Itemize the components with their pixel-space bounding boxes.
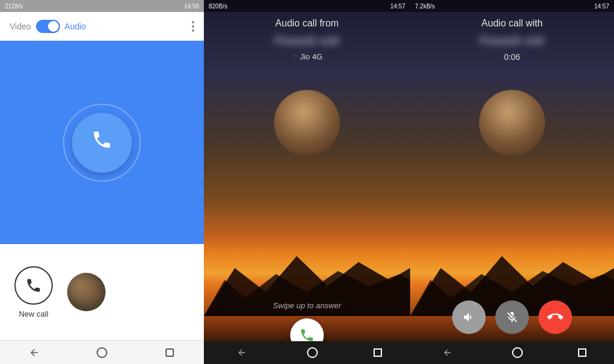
middle-status-speed: 820B/s bbox=[209, 3, 227, 10]
video-audio-toggle[interactable] bbox=[36, 20, 60, 33]
active-call-actions bbox=[410, 300, 614, 334]
right-status-speed: 7.2kB/s bbox=[415, 3, 435, 10]
left-panel: 2128/s 14:58 Video Audio bbox=[0, 0, 204, 364]
right-home-button[interactable] bbox=[512, 347, 523, 358]
incoming-call-info: Audio call from Raaaab aab Jio 4G bbox=[204, 18, 410, 61]
video-label: Video bbox=[10, 22, 31, 31]
end-call-button[interactable] bbox=[538, 300, 572, 334]
new-call-circle[interactable] bbox=[14, 266, 53, 305]
right-recents-button[interactable] bbox=[578, 348, 586, 357]
right-nav-bar bbox=[410, 341, 614, 364]
menu-dots-button[interactable] bbox=[192, 21, 194, 32]
audio-label: Audio bbox=[65, 22, 86, 31]
left-nav-bar bbox=[0, 340, 204, 364]
middle-status-time: 14:57 bbox=[390, 3, 405, 10]
mute-button[interactable] bbox=[495, 300, 529, 334]
menu-dot-2 bbox=[192, 25, 194, 28]
active-caller-name: Raaaab aab bbox=[410, 34, 614, 47]
middle-status-bar: 820B/s 14:57 bbox=[204, 0, 410, 12]
network-name: Jio 4G bbox=[300, 52, 323, 61]
phone-outer-ring bbox=[63, 104, 141, 182]
left-status-speed: 2128/s bbox=[5, 3, 23, 10]
right-status-time: 14:57 bbox=[594, 3, 609, 10]
middle-panel-incoming-call: 820B/s 14:57 Audio call from Raaaab aab … bbox=[204, 0, 410, 364]
menu-dot-3 bbox=[192, 29, 194, 32]
new-call-label: New call bbox=[19, 309, 48, 318]
phone-inner-circle[interactable] bbox=[72, 113, 132, 173]
incoming-caller-name: Raaaab aab bbox=[204, 34, 410, 47]
phone-icon bbox=[91, 129, 113, 156]
right-panel-active-call: 7.2kB/s 14:57 Audio call with Raaaab aab… bbox=[410, 0, 614, 364]
incoming-call-avatar bbox=[274, 90, 340, 156]
right-status-bar: 7.2kB/s 14:57 bbox=[410, 0, 614, 12]
left-status-bar: 2128/s 14:58 bbox=[0, 0, 204, 12]
back-button[interactable] bbox=[25, 343, 44, 362]
contact-avatar[interactable] bbox=[67, 273, 106, 311]
left-header: Video Audio bbox=[0, 12, 204, 41]
middle-nav-bar bbox=[204, 341, 410, 364]
speaker-button[interactable] bbox=[452, 300, 486, 334]
middle-back-button[interactable] bbox=[232, 343, 251, 362]
incoming-call-network: Jio 4G bbox=[204, 52, 410, 61]
middle-recents-button[interactable] bbox=[374, 348, 382, 357]
incoming-call-title: Audio call from bbox=[204, 18, 410, 29]
left-status-time: 14:58 bbox=[184, 3, 199, 10]
home-button[interactable] bbox=[92, 343, 112, 362]
active-call-timer: 0:06 bbox=[410, 52, 614, 62]
right-back-button[interactable] bbox=[438, 343, 457, 362]
new-call-item[interactable]: New call bbox=[14, 266, 53, 318]
middle-home-button[interactable] bbox=[307, 347, 318, 358]
contacts-area: New call bbox=[0, 244, 204, 340]
active-call-avatar bbox=[479, 90, 545, 156]
active-call-info: Audio call with Raaaab aab 0:06 bbox=[410, 18, 614, 62]
recents-button[interactable] bbox=[160, 343, 179, 362]
swipe-to-answer-text: Swipe up to answer bbox=[204, 301, 410, 310]
active-call-title: Audio call with bbox=[410, 18, 614, 29]
menu-dot-1 bbox=[192, 21, 194, 23]
phone-dialer-area[interactable] bbox=[0, 41, 204, 244]
toggle-row: Video Audio bbox=[10, 20, 86, 33]
